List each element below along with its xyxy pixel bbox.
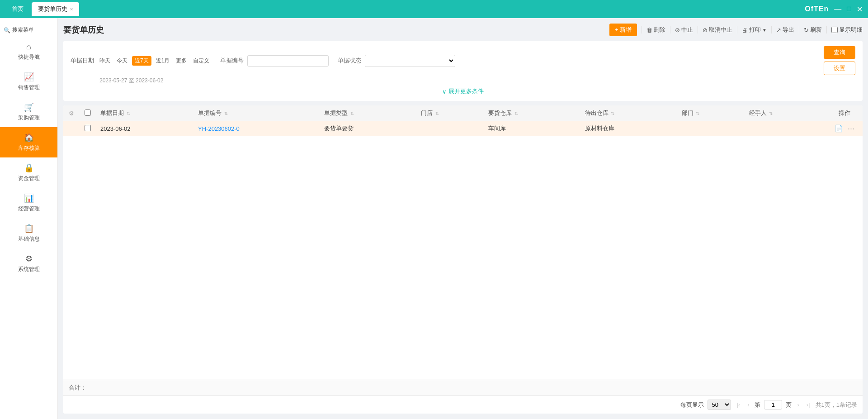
window-close-icon[interactable]: ✕ <box>857 5 863 14</box>
sidebar-search[interactable]: 🔍 搜索菜单 <box>0 22 57 37</box>
table-header-row: ⚙ 单据日期 ⇅ 单据编号 ⇅ <box>63 105 863 121</box>
close-icon[interactable]: × <box>70 6 73 12</box>
sort-store-icon[interactable]: ⇅ <box>435 111 439 116</box>
row-select-checkbox[interactable] <box>85 125 91 131</box>
date-btn-last7[interactable]: 近7天 <box>132 56 151 66</box>
row-doc-no: YH-20230602-0 <box>193 121 320 136</box>
sidebar-item-operations-label: 经营管理 <box>18 205 40 213</box>
toolbar-divider-2 <box>670 26 670 33</box>
col-req-warehouse-label: 要货仓库 <box>488 110 512 116</box>
query-button[interactable]: 查询 <box>824 46 855 59</box>
export-button[interactable]: ↗ 导出 <box>776 26 794 34</box>
table-row: 2023-06-02 YH-20230602-0 要货单要货 <box>63 121 863 136</box>
sort-doc-date-icon[interactable]: ⇅ <box>127 111 130 116</box>
date-btn-yesterday[interactable]: 昨天 <box>98 56 112 66</box>
sort-req-warehouse-icon[interactable]: ⇅ <box>514 111 518 116</box>
col-department-label: 部门 <box>682 110 693 116</box>
last-page-btn[interactable]: ›| <box>805 400 812 409</box>
sidebar-item-finance-label: 资金管理 <box>18 175 40 182</box>
sidebar-item-system-mgmt[interactable]: ⚙ 系统管理 <box>0 248 57 279</box>
row-edit-icon[interactable]: 📄 <box>835 124 843 132</box>
date-btn-last1m[interactable]: 近1月 <box>154 56 172 66</box>
row-checkbox-cell <box>80 121 96 136</box>
next-page-btn[interactable]: › <box>795 400 801 409</box>
new-button[interactable]: + 新增 <box>609 24 637 36</box>
topbar-right: OfTEn — □ ✕ <box>805 5 863 14</box>
refresh-button[interactable]: ↻ 刷新 <box>804 26 822 34</box>
status-select[interactable] <box>365 55 455 67</box>
col-doc-type-label: 单据类型 <box>324 110 348 116</box>
sales-icon: 📈 <box>24 72 34 82</box>
print-label: 打印 <box>749 26 761 34</box>
sidebar-item-operations-mgmt[interactable]: 📊 经营管理 <box>0 188 57 218</box>
sort-department-icon[interactable]: ⇅ <box>696 111 699 116</box>
col-handler-label: 经手人 <box>749 110 767 116</box>
per-page-label: 每页显示 <box>680 401 704 409</box>
first-page-btn[interactable]: |‹ <box>735 400 742 409</box>
tab-requisition-label: 要货单历史 <box>38 5 67 13</box>
col-settings[interactable]: ⚙ <box>63 105 80 121</box>
delete-label: 删除 <box>654 26 665 34</box>
col-department: 部门 ⇅ <box>677 105 745 121</box>
col-pending-warehouse-label: 待出仓库 <box>585 110 609 116</box>
minimize-icon[interactable]: — <box>834 5 841 13</box>
sidebar-item-quick-nav[interactable]: ⌂ 快捷导航 <box>0 37 57 67</box>
row-req-warehouse-value: 车间库 <box>488 125 506 132</box>
row-delete-icon[interactable]: ⋯ <box>848 124 854 132</box>
purchase-icon: 🛒 <box>24 102 34 112</box>
row-pending-warehouse: 原材料仓库 <box>580 121 677 136</box>
status-filter: 单据状态 <box>338 55 455 67</box>
col-store-label: 门店 <box>421 110 433 116</box>
prev-page-btn[interactable]: ‹ <box>745 400 751 409</box>
stop-button[interactable]: ⊘ 中止 <box>675 26 693 34</box>
page-header: 要货单历史 + 新增 🗑 删除 ⊘ 中止 ⊘ 取消中止 <box>63 24 863 36</box>
delete-button[interactable]: 🗑 删除 <box>646 26 665 34</box>
main-table: ⚙ 单据日期 ⇅ 单据编号 ⇅ <box>63 105 863 136</box>
sort-doc-type-icon[interactable]: ⇅ <box>350 111 354 116</box>
inventory-icon: 🏠 <box>24 133 34 143</box>
row-actions: 📄 ⋯ <box>826 121 863 136</box>
sidebar-item-finance-mgmt[interactable]: 🔒 资金管理 <box>0 157 57 188</box>
date-btn-more[interactable]: 更多 <box>174 56 189 66</box>
toolbar-divider-1 <box>642 26 642 33</box>
sort-handler-icon[interactable]: ⇅ <box>769 111 773 116</box>
tab-requisition-history[interactable]: 要货单历史 × <box>32 2 79 16</box>
cancel-stop-button[interactable]: ⊘ 取消中止 <box>703 26 732 34</box>
page-input[interactable] <box>764 400 782 409</box>
row-doc-no-link[interactable]: YH-20230602-0 <box>198 125 240 132</box>
settings-button[interactable]: 设置 <box>824 62 855 75</box>
docno-input[interactable] <box>247 55 329 67</box>
table-area: ⚙ 单据日期 ⇅ 单据编号 ⇅ <box>63 105 863 414</box>
basic-info-icon: 📋 <box>24 224 34 233</box>
col-actions-label: 操作 <box>839 110 850 116</box>
sort-pending-warehouse-icon[interactable]: ⇅ <box>611 111 614 116</box>
print-button[interactable]: 🖨 打印 ▼ <box>742 26 767 34</box>
date-btn-today[interactable]: 今天 <box>115 56 129 66</box>
top-bar: 首页 要货单历史 × OfTEn — □ ✕ <box>0 0 868 18</box>
finance-icon: 🔒 <box>24 163 34 173</box>
operations-icon: 📊 <box>24 193 34 203</box>
expand-more-btn[interactable]: ∨ 展开更多条件 <box>71 87 855 95</box>
col-req-warehouse: 要货仓库 ⇅ <box>484 105 580 121</box>
docno-filter-label: 单据编号 <box>220 57 244 65</box>
date-btn-custom[interactable]: 自定义 <box>191 56 211 66</box>
show-detail-checkbox[interactable] <box>831 27 838 33</box>
toolbar-divider-3 <box>698 26 698 33</box>
sidebar-item-basic-info[interactable]: 📋 基础信息 <box>0 218 57 248</box>
sidebar-item-inventory[interactable]: 🏠 库存核算 <box>0 127 57 157</box>
refresh-icon: ↻ <box>804 27 809 33</box>
sidebar: 🔍 搜索菜单 ⌂ 快捷导航 📈 销售管理 🛒 采购管理 🏠 库存核算 🔒 资金管… <box>0 18 58 419</box>
toolbar-divider-7 <box>826 26 827 33</box>
date-filter-label: 单据日期 <box>71 57 94 65</box>
show-detail-button[interactable]: 显示明细 <box>831 26 863 34</box>
select-all-checkbox[interactable] <box>85 110 91 116</box>
maximize-icon[interactable]: □ <box>847 5 851 13</box>
per-page-select[interactable]: 50 10 20 100 <box>708 400 731 410</box>
sort-doc-no-icon[interactable]: ⇅ <box>224 111 228 116</box>
system-icon: ⚙ <box>25 254 33 264</box>
print-icon: 🖨 <box>742 27 748 33</box>
tab-home[interactable]: 首页 <box>5 2 30 16</box>
sidebar-item-purchase-mgmt[interactable]: 🛒 采购管理 <box>0 97 57 127</box>
sidebar-item-sales-mgmt[interactable]: 📈 销售管理 <box>0 67 57 97</box>
total-info: 共1页，1条记录 <box>816 401 857 409</box>
